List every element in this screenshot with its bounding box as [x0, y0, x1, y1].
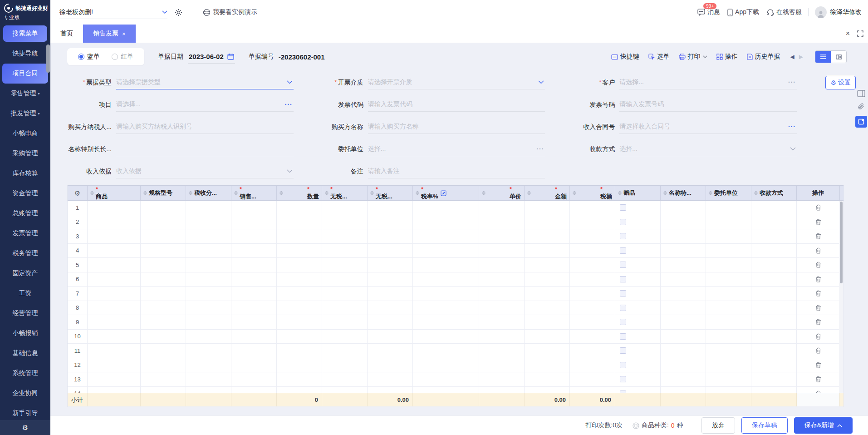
- cell-tax-category[interactable]: [186, 344, 231, 358]
- cell-tax-category[interactable]: [186, 258, 231, 272]
- cell-product[interactable]: [88, 287, 141, 301]
- cell-gift[interactable]: [615, 229, 661, 243]
- gift-checkbox[interactable]: [620, 276, 626, 282]
- column-header-payment-method[interactable]: 收款方式: [751, 186, 797, 200]
- column-header-notax-b[interactable]: *无税...: [368, 186, 413, 200]
- panel-toggle-icon[interactable]: [857, 90, 865, 97]
- fullscreen-icon[interactable]: [857, 30, 863, 37]
- delete-row-button[interactable]: [815, 262, 821, 268]
- cell-quantity[interactable]: [277, 330, 322, 344]
- cell-quantity[interactable]: [277, 272, 322, 287]
- cell-sales[interactable]: [231, 258, 277, 272]
- cell-payment-method[interactable]: [751, 387, 797, 393]
- cell-operation[interactable]: [797, 344, 840, 358]
- cell-payment-method[interactable]: [751, 287, 797, 301]
- cell-amount[interactable]: [525, 344, 570, 358]
- gift-checkbox[interactable]: [620, 204, 626, 211]
- field-input[interactable]: 请输入购买方纳税人识别号: [116, 120, 294, 134]
- cell-notax-a[interactable]: [322, 244, 368, 258]
- cell-payment-method[interactable]: [751, 258, 797, 272]
- cell-tax-category[interactable]: [186, 315, 231, 329]
- column-header-tax-amount[interactable]: *税额: [570, 186, 615, 200]
- sort-icon[interactable]: [325, 191, 329, 195]
- cell-notax-a[interactable]: [322, 272, 368, 287]
- sidebar-item[interactable]: 发票管理: [2, 223, 48, 243]
- sort-icon[interactable]: [90, 191, 94, 195]
- column-header-special-name[interactable]: 名称特...: [661, 186, 706, 200]
- cell-entrust-unit[interactable]: [706, 229, 751, 243]
- sort-icon[interactable]: [143, 191, 147, 195]
- cell-tax-category[interactable]: [186, 229, 231, 243]
- cell-product[interactable]: [88, 315, 141, 329]
- cell-tax-amount[interactable]: [570, 272, 615, 287]
- cell-tax-category[interactable]: [186, 330, 231, 344]
- delete-row-button[interactable]: [815, 319, 821, 325]
- cell-sales[interactable]: [231, 372, 277, 386]
- cell-operation[interactable]: [797, 215, 840, 229]
- cell-notax-b[interactable]: [368, 372, 413, 386]
- attachment-icon[interactable]: [858, 103, 865, 110]
- cell-tax-amount[interactable]: [570, 344, 615, 358]
- cell-quantity[interactable]: [277, 372, 322, 386]
- cell-gift[interactable]: [615, 315, 661, 329]
- sidebar-item[interactable]: 批发管理 ▾: [2, 104, 48, 124]
- cell-notax-b[interactable]: [368, 287, 413, 301]
- cell-amount[interactable]: [525, 229, 570, 243]
- ellipsis-button[interactable]: ···: [787, 124, 797, 129]
- cell-sales[interactable]: [231, 387, 277, 393]
- cell-operation[interactable]: [797, 315, 840, 329]
- cell-operation[interactable]: [797, 330, 840, 344]
- cell-entrust-unit[interactable]: [706, 287, 751, 301]
- app-download-button[interactable]: App下载: [727, 8, 759, 16]
- cell-amount[interactable]: [525, 330, 570, 344]
- discard-button[interactable]: 放弃: [701, 417, 735, 434]
- cell-quantity[interactable]: [277, 215, 322, 229]
- cell-spec-model[interactable]: [141, 244, 186, 258]
- history-bills-button[interactable]: 历史单据: [747, 53, 780, 61]
- sort-icon[interactable]: [189, 191, 192, 195]
- cell-notax-b[interactable]: [368, 387, 413, 393]
- cell-notax-a[interactable]: [322, 215, 368, 229]
- sidebar-item[interactable]: 项目合同: [2, 64, 48, 84]
- cell-notax-b[interactable]: [368, 229, 413, 243]
- cell-amount[interactable]: [525, 387, 570, 393]
- gift-checkbox[interactable]: [620, 247, 626, 254]
- cell-entrust-unit[interactable]: [706, 244, 751, 258]
- cell-notax-a[interactable]: [322, 372, 368, 386]
- delete-row-button[interactable]: [815, 376, 821, 382]
- cell-sales[interactable]: [231, 315, 277, 329]
- delete-row-button[interactable]: [815, 219, 821, 225]
- cell-amount[interactable]: [525, 358, 570, 372]
- quick-key-button[interactable]: 快捷键: [611, 53, 639, 61]
- sidebar-item[interactable]: 小畅报销: [2, 323, 48, 343]
- sidebar-item[interactable]: 总账管理: [2, 203, 48, 223]
- sort-icon[interactable]: [573, 191, 576, 195]
- cell-entrust-unit[interactable]: [706, 272, 751, 287]
- delete-row-button[interactable]: [815, 362, 821, 368]
- cell-quantity[interactable]: [277, 201, 322, 215]
- cell-spec-model[interactable]: [141, 330, 186, 344]
- cell-unit-price[interactable]: [479, 272, 525, 287]
- cell-tax-amount[interactable]: [570, 301, 615, 315]
- sort-icon[interactable]: [482, 191, 485, 195]
- sidebar-item[interactable]: 小畅电商: [2, 124, 48, 143]
- column-header-gift[interactable]: 赠品: [615, 186, 661, 200]
- chevron-down-icon[interactable]: [286, 169, 294, 173]
- sort-icon[interactable]: [754, 191, 758, 195]
- delete-row-button[interactable]: [815, 233, 821, 239]
- delete-row-button[interactable]: [815, 290, 821, 297]
- cell-notax-b[interactable]: [368, 215, 413, 229]
- cell-sales[interactable]: [231, 301, 277, 315]
- cell-tax-amount[interactable]: [570, 287, 615, 301]
- cell-operation[interactable]: [797, 201, 840, 215]
- pick-order-button[interactable]: 选单: [648, 53, 670, 61]
- sidebar-item[interactable]: 工资: [2, 283, 48, 303]
- delete-row-button[interactable]: [815, 276, 821, 282]
- cell-unit-price[interactable]: [479, 330, 525, 344]
- cell-special-name[interactable]: [661, 287, 706, 301]
- sidebar-item[interactable]: 税务管理: [2, 243, 48, 263]
- column-header-tax-rate[interactable]: *税率%: [413, 186, 479, 200]
- ellipsis-button[interactable]: ···: [535, 147, 545, 151]
- save-draft-button[interactable]: 保存草稿: [741, 417, 788, 434]
- cell-quantity[interactable]: [277, 344, 322, 358]
